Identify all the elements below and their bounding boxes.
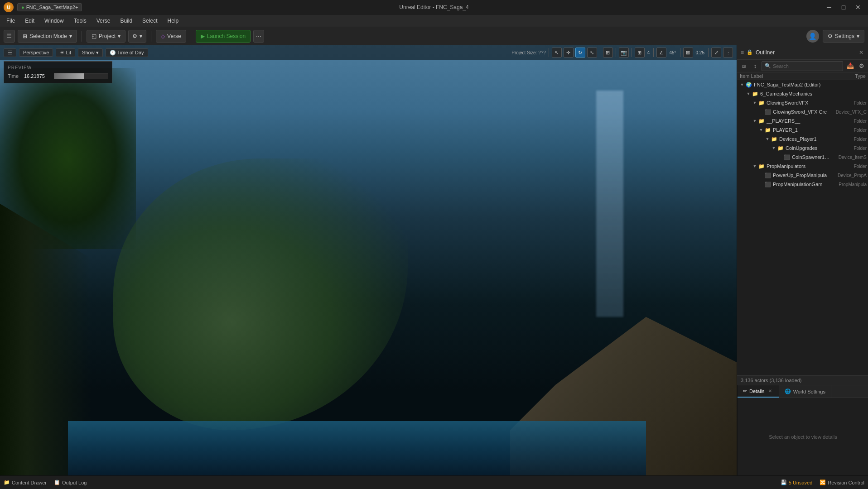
actor-count: 3,136 actors (3,136 loaded)	[741, 378, 802, 383]
selection-mode-label: Selection Mode	[29, 33, 67, 39]
maximize-viewport-button[interactable]: ⤢	[711, 48, 721, 58]
tree-node[interactable]: ▼📁Devices_Player1Folder	[737, 134, 868, 144]
close-button[interactable]: ✕	[852, 2, 864, 12]
title-bar-left: U ● FNC_Saga_TestMap2+	[4, 2, 82, 12]
details-tab[interactable]: ✏ Details ✕	[738, 385, 779, 398]
selection-mode-button[interactable]: ⊞ Selection Mode ▾	[18, 30, 77, 43]
details-close-button[interactable]: ✕	[767, 388, 773, 394]
node-type: PropManipula	[830, 182, 867, 187]
tree-node[interactable]: ▼📁CoinUpgradesFolder	[737, 144, 868, 153]
show-button[interactable]: Show ▾	[78, 48, 103, 57]
unsaved-indicator[interactable]: 💾 5 Unsaved	[781, 479, 813, 485]
preview-panel: PREVIEW Time 16.21875	[4, 61, 112, 83]
camera-speed-button[interactable]: 📷	[619, 48, 629, 58]
viewport-background	[0, 45, 737, 475]
outliner-close-button[interactable]: ✕	[858, 49, 865, 56]
node-label: PowerUp_PropManipula	[773, 173, 830, 178]
menu-edit[interactable]: Edit	[20, 17, 39, 25]
node-type: Device_VFX_C	[830, 110, 867, 115]
node-expand-arrow[interactable]: ▼	[752, 164, 758, 168]
verse-button[interactable]: ◇ Verse	[156, 30, 186, 43]
outliner-sort-button[interactable]: ↕	[750, 61, 760, 71]
node-expand-arrow[interactable]: ▼	[745, 91, 752, 96]
scale-snap-button[interactable]: ⊠	[683, 48, 693, 58]
menu-help[interactable]: Help	[163, 17, 183, 25]
tree-node[interactable]: ⬛GlowingSword_VFX CreDevice_VFX_C	[737, 107, 868, 116]
output-log-button[interactable]: 📋 Output Log	[54, 479, 87, 485]
show-label: Show	[82, 50, 95, 55]
more-options-button[interactable]: ⋯	[253, 30, 264, 43]
tree-node[interactable]: ▼📁PLAYER_1Folder	[737, 125, 868, 134]
node-label: PropManipulators	[767, 163, 830, 169]
tree-node[interactable]: ⬛PropManipulationGamPropManipula	[737, 180, 868, 189]
vp-sep-5	[653, 48, 654, 57]
tree-node[interactable]: ▼📁6_GameplayMechanics	[737, 89, 868, 98]
viewport-menu-button[interactable]: ☰	[4, 48, 16, 57]
details-empty-message: Select an object to view details	[769, 434, 837, 440]
menu-build[interactable]: Build	[116, 17, 137, 25]
menu-window[interactable]: Window	[40, 17, 68, 25]
menu-select[interactable]: Select	[138, 17, 162, 25]
details-icon: ✏	[743, 388, 747, 394]
layout-button[interactable]: ☰	[4, 30, 15, 43]
content-drawer-button[interactable]: 📁 Content Drawer	[4, 479, 47, 485]
move-tool-button[interactable]: ✛	[564, 48, 574, 58]
node-type: Folder	[830, 119, 867, 124]
viewport-toolbar: ☰ Perspective ☀ Lit Show ▾ 🕐 Time of Day…	[0, 45, 737, 60]
select-tool-button[interactable]: ↖	[552, 48, 562, 58]
lit-button[interactable]: ☀ Lit	[56, 48, 75, 57]
tree-node[interactable]: ▼📁PropManipulatorsFolder	[737, 162, 868, 171]
tree-node[interactable]: ⬛PowerUp_PropManipulaDevice_PropA	[737, 171, 868, 180]
node-expand-arrow[interactable]: ▼	[752, 101, 758, 105]
time-slider[interactable]	[54, 73, 108, 79]
outliner-settings-button[interactable]: ⚙	[857, 61, 867, 71]
tree-node[interactable]: ⬛CoinSpawner1PlaDevice_ItemS	[737, 153, 868, 162]
grid-button[interactable]: ⊞	[635, 48, 645, 58]
scale-value: 0.25	[695, 50, 705, 55]
user-icon-button[interactable]: 👤	[806, 30, 819, 43]
selection-mode-icon: ⊞	[23, 33, 27, 39]
angle-button[interactable]: ∠	[656, 48, 666, 58]
minimize-button[interactable]: ─	[823, 2, 835, 12]
revision-control-button[interactable]: 🔀 Revision Control	[820, 479, 864, 485]
launch-icon: ▶	[201, 33, 205, 39]
outliner-add-button[interactable]: 📥	[845, 61, 855, 71]
node-expand-arrow[interactable]: ▼	[764, 137, 771, 141]
world-settings-tab[interactable]: 🌐 World Settings	[779, 385, 831, 398]
viewport[interactable]: ☰ Perspective ☀ Lit Show ▾ 🕐 Time of Day…	[0, 45, 737, 475]
menu-tools[interactable]: Tools	[69, 17, 91, 25]
verse-icon: ◇	[161, 33, 165, 39]
restore-button[interactable]: □	[837, 2, 850, 12]
menu-file[interactable]: File	[2, 17, 19, 25]
project-tab[interactable]: ● FNC_Saga_TestMap2+	[17, 3, 82, 11]
node-expand-arrow[interactable]: ▼	[739, 82, 745, 87]
rotate-tool-button[interactable]: ↻	[575, 48, 585, 58]
search-input[interactable]	[773, 63, 840, 69]
project-button[interactable]: ◱ Project ▾	[87, 30, 125, 43]
node-type: Folder	[830, 137, 867, 142]
project-icon: ◱	[92, 33, 96, 39]
launch-session-button[interactable]: ▶ Launch Session	[196, 30, 251, 43]
node-expand-arrow[interactable]: ▼	[752, 119, 758, 123]
search-bar[interactable]: 🔍	[762, 61, 843, 71]
viewport-options-button[interactable]: ⋮	[723, 48, 733, 58]
tree-node[interactable]: ▼📁GlowingSwordVFXFolder	[737, 98, 868, 107]
time-of-day-button[interactable]: 🕐 Time of Day	[106, 48, 148, 57]
node-expand-arrow[interactable]: ▼	[758, 128, 764, 132]
node-expand-arrow[interactable]: ▼	[771, 146, 777, 150]
perspective-button[interactable]: Perspective	[19, 48, 53, 57]
tree-node[interactable]: ▼📁__PLAYERS__Folder	[737, 116, 868, 125]
tree-node[interactable]: ▼🌍FNC_Saga_TestMap2 (Editor)	[737, 80, 868, 89]
outliner-filter-button[interactable]: ⧈	[739, 61, 749, 71]
scale-tool-button[interactable]: ⤡	[587, 48, 597, 58]
details-tab-label: Details	[749, 388, 765, 394]
node-type: Folder	[830, 101, 867, 105]
separator-3	[191, 31, 191, 42]
outliner-columns: Item Label Type	[737, 72, 868, 80]
build-button[interactable]: ⚙ ▾	[128, 30, 146, 43]
surface-snap-button[interactable]: ⊞	[603, 48, 613, 58]
menu-verse[interactable]: Verse	[92, 17, 115, 25]
node-icon: 📁	[777, 144, 784, 152]
settings-button[interactable]: ⚙ Settings ▾	[823, 30, 864, 43]
project-label: Project	[99, 33, 116, 39]
